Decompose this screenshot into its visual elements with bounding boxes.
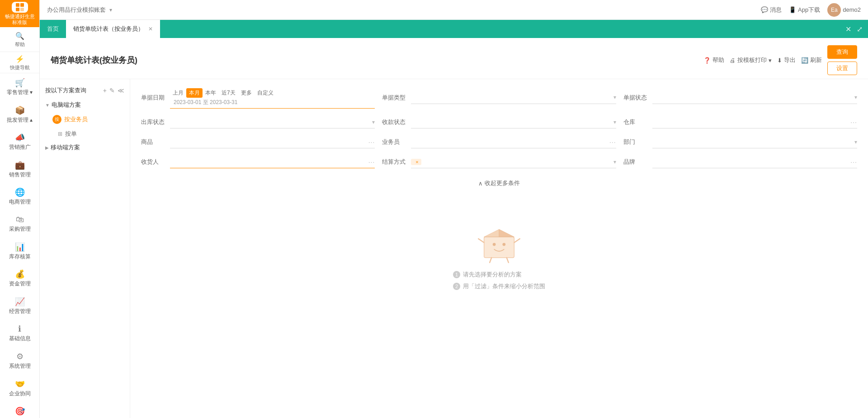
collapse-icon: ∧: [478, 180, 483, 187]
dept-control[interactable]: ▾: [652, 136, 857, 148]
desktop-group-label: 电脑端方案: [52, 101, 81, 109]
sidebar-item-ecommerce[interactable]: 🌐 电商管理: [0, 183, 39, 210]
out-status-dropdown-icon: ▾: [372, 119, 375, 125]
message-action[interactable]: 💬 消息: [761, 6, 782, 14]
scheme-item-by-staff[interactable]: 按 按业务员: [40, 112, 130, 127]
print-icon: 🖨: [730, 57, 736, 64]
svg-marker-6: [499, 229, 514, 237]
sidebar-item-finance[interactable]: 💰 资金管理: [0, 265, 39, 292]
product-dots: ···: [368, 138, 375, 146]
sidebar-item-sales[interactable]: 💼 销售管理: [0, 156, 39, 183]
print-label: 按模板打印: [737, 56, 767, 64]
logo-text: 畅捷通好生意标准版: [5, 14, 35, 25]
warehouse-control[interactable]: ···: [652, 116, 857, 128]
settlement-tag: ×: [411, 159, 421, 165]
help-action[interactable]: ❓ 帮助: [703, 56, 724, 64]
collapse-panel-icon[interactable]: ≪: [118, 87, 124, 94]
out-status-control[interactable]: ▾: [170, 116, 375, 128]
setting-button[interactable]: 设置: [827, 62, 857, 75]
quick-nav[interactable]: ⚡ 快捷导航: [0, 52, 39, 73]
svg-line-10: [490, 258, 491, 263]
main-body: 按以下方案查询 + ✎ ≪ ▼ 电脑端方案 按: [40, 79, 868, 418]
refresh-icon: 🔄: [801, 57, 808, 64]
export-icon: ⬇: [777, 57, 782, 64]
scheme-group-mobile-header[interactable]: ▶ 移动端方案: [40, 141, 130, 154]
doc-type-control[interactable]: ▾: [411, 91, 616, 104]
avatar[interactable]: Ea: [827, 3, 841, 17]
page-title: 销货单统计表(按业务员): [51, 55, 137, 66]
settlement-tag-close[interactable]: ×: [415, 159, 418, 165]
app-download-action[interactable]: 📱 App下载: [789, 6, 820, 14]
doc-status-label: 单据状态: [623, 94, 649, 102]
message-label: 消息: [770, 6, 782, 14]
consignee-control[interactable]: ···: [170, 156, 375, 168]
doc-status-control[interactable]: ▾: [652, 91, 857, 104]
tab-close-all-button[interactable]: ✕: [844, 23, 853, 35]
left-panel-icons: + ✎ ≪: [103, 87, 124, 94]
sidebar-item-ecommerce-label: 电商管理: [9, 199, 31, 206]
date-tabs: 上月 本月 本年 近7天 更多 自定义: [170, 88, 276, 98]
sidebar-item-retail[interactable]: 🛒 零售管理 ▾: [0, 73, 39, 101]
marketing-icon: 📣: [15, 133, 25, 142]
export-action[interactable]: ⬇ 导出: [777, 56, 796, 64]
export-label: 导出: [784, 56, 796, 64]
date-tab-last-month[interactable]: 上月: [170, 88, 186, 98]
wholesale-icon: 📦: [15, 105, 25, 115]
sidebar-item-purchase-label: 采购管理: [9, 226, 31, 233]
date-tab-custom[interactable]: 自定义: [255, 88, 276, 98]
sidebar-item-wholesale[interactable]: 📦 批发管理 ▴: [0, 101, 39, 128]
topbar-dropdown-icon[interactable]: ▾: [109, 7, 112, 13]
filter-item-out-status: 出库状态 ▾: [141, 116, 375, 128]
print-action[interactable]: 🖨 按模板打印 ▾: [730, 56, 772, 64]
refresh-action[interactable]: 🔄 刷新: [801, 56, 822, 64]
sidebar-item-purchase[interactable]: 🛍 采购管理: [0, 210, 39, 238]
date-control[interactable]: 上月 本月 本年 近7天 更多 自定义 2023-03-01 至 2023-03…: [170, 86, 375, 109]
edit-scheme-icon[interactable]: ✎: [109, 87, 115, 94]
sidebar-item-system[interactable]: ⚙ 系统管理: [0, 347, 39, 375]
sidebar-item-basic[interactable]: ℹ 基础信息: [0, 319, 39, 347]
filter-item-doc-type: 单据类型 ▾: [382, 86, 616, 109]
print-dropdown-icon[interactable]: ▾: [769, 57, 772, 64]
sidebar-item-corp[interactable]: 🤝 企业协同: [0, 375, 39, 402]
settlement-control[interactable]: × ▾: [411, 156, 616, 168]
product-control[interactable]: ···: [170, 136, 375, 148]
date-tab-this-year[interactable]: 本年: [203, 88, 219, 98]
sidebar-item-marketing[interactable]: 📣 营销推广: [0, 128, 39, 156]
sidebar-item-corp-label: 企业协同: [9, 390, 31, 398]
svg-rect-2: [16, 8, 19, 11]
date-tab-more[interactable]: 更多: [238, 88, 255, 98]
left-panel-title: 按以下方案查询: [45, 86, 86, 95]
help-icon: ❓: [703, 57, 711, 64]
tab-fullscreen-button[interactable]: ⤢: [855, 23, 864, 35]
tab-home[interactable]: 首页: [40, 20, 66, 38]
empty-tip-1: 1 请先选择要分析的方案: [453, 271, 545, 279]
app-logo[interactable]: 畅捷通好生意标准版: [0, 0, 39, 27]
search-menu[interactable]: 🔍 帮助: [0, 27, 39, 52]
sidebar-item-newbie[interactable]: 🎯 新手引导: [0, 402, 39, 418]
scheme-sub-by-order[interactable]: ⊞ 按单: [40, 127, 130, 141]
left-panel: 按以下方案查询 + ✎ ≪ ▼ 电脑端方案 按: [40, 79, 130, 418]
collapse-bar[interactable]: ∧ 收起更多条件: [141, 176, 857, 191]
scheme-group-desktop-header[interactable]: ▼ 电脑端方案: [40, 98, 130, 112]
newbie-icon: 🎯: [15, 406, 25, 416]
sidebar-item-inventory[interactable]: 📊 库存核算: [0, 238, 39, 265]
sidebar-item-ops[interactable]: 📈 经营管理: [0, 292, 39, 320]
warehouse-dots: ···: [850, 119, 857, 126]
filter-item-settlement: 结算方式 × ▾: [382, 156, 616, 168]
sidebar-item-finance-label: 资金管理: [9, 280, 31, 288]
receipt-status-control[interactable]: ▾: [411, 116, 616, 128]
filter-row-2: 出库状态 ▾ 收款状态 ▾ 仓库 ···: [141, 116, 857, 128]
svg-rect-0: [16, 3, 19, 7]
svg-line-11: [507, 258, 509, 263]
filter-item-dept: 部门 ▾: [623, 136, 857, 148]
date-tab-this-month[interactable]: 本月: [186, 88, 203, 98]
brand-control[interactable]: ···: [652, 156, 857, 168]
settlement-label: 结算方式: [382, 158, 407, 166]
query-button[interactable]: 查询: [827, 45, 857, 59]
date-tab-last-7days[interactable]: 近7天: [219, 88, 238, 98]
add-scheme-icon[interactable]: +: [103, 87, 107, 94]
tab-close-icon[interactable]: ✕: [148, 26, 153, 32]
tab-sales-stats[interactable]: 销货单统计表（按业务员） ✕: [66, 20, 160, 38]
staff-control[interactable]: ···: [411, 136, 616, 148]
user-profile[interactable]: Ea demo2: [827, 3, 861, 17]
